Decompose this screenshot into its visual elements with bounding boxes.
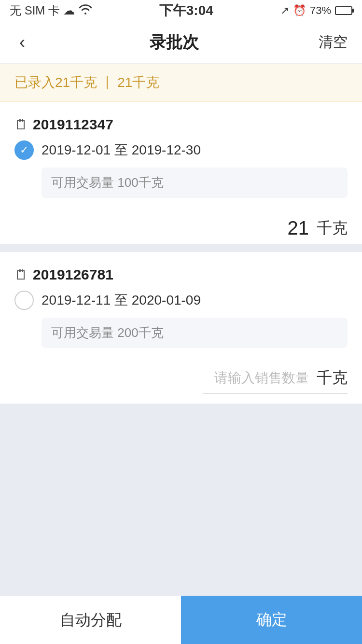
batch1-check-icon: ✓: [20, 144, 28, 156]
batch1-quantity-row: 21 千克: [0, 208, 362, 244]
status-left: 无 SIM 卡 ☁: [10, 3, 92, 18]
batch2-header: 🗒 2019126781: [14, 266, 348, 283]
location-icon: ↗: [280, 4, 289, 17]
batch1-header: 🗒 2019112347: [14, 116, 348, 133]
batch1-id: 2019112347: [33, 116, 113, 133]
clear-button[interactable]: 清空: [319, 32, 348, 52]
batch2-icon: 🗒: [14, 267, 28, 283]
page-title: 录批次: [150, 31, 199, 54]
status-bar: 无 SIM 卡 ☁ 下午3:04 ↗ ⏰ 73%: [0, 0, 362, 21]
batch-item-1: 🗒 2019112347 ✓ 2019-12-01 至 2019-12-30 可…: [0, 102, 362, 208]
batch2-input-row: 请输入销售数量 千克: [0, 358, 362, 389]
batch2-underline-wrap: [0, 389, 362, 404]
section-divider: [0, 244, 362, 252]
batch1-icon: 🗒: [14, 117, 28, 133]
batch2-date: 2019-12-11 至 2020-01-09: [42, 291, 201, 309]
bottom-bar: 自动分配 确定: [0, 596, 362, 644]
batch2-available: 可用交易量 200千克: [42, 318, 348, 348]
battery-icon: [335, 6, 352, 15]
battery-percent: 73%: [310, 4, 331, 17]
batch2-unit: 千克: [317, 367, 348, 389]
page-content: 🗒 2019112347 ✓ 2019-12-01 至 2019-12-30 可…: [0, 102, 362, 644]
wifi-icon: [79, 4, 92, 17]
batch2-input-placeholder: 请输入销售数量: [214, 369, 309, 387]
alarm-icon: ⏰: [293, 4, 306, 17]
batch2-id: 2019126781: [33, 266, 113, 283]
batch1-date: 2019-12-01 至 2019-12-30: [42, 141, 201, 159]
batch1-available: 可用交易量 100千克: [42, 168, 348, 198]
summary-banner: 已录入21千克 21千克: [0, 64, 362, 102]
batch1-quantity-unit: 千克: [317, 218, 348, 239]
batch2-underline: [203, 393, 348, 394]
status-time: 下午3:04: [159, 1, 213, 20]
summary-divider: [107, 76, 108, 89]
batch1-radio[interactable]: ✓: [14, 140, 34, 160]
status-right: ↗ ⏰ 73%: [280, 4, 352, 17]
batch-item-2: 🗒 2019126781 ✓ 2019-12-11 至 2020-01-09 可…: [0, 252, 362, 358]
batch2-date-row: ✓ 2019-12-11 至 2020-01-09: [14, 291, 348, 310]
summary-label: 已录入21千克: [14, 73, 97, 92]
confirm-button[interactable]: 确定: [181, 596, 362, 644]
batch2-radio[interactable]: ✓: [14, 291, 34, 310]
batch1-date-row: ✓ 2019-12-01 至 2019-12-30: [14, 140, 348, 160]
auto-distribute-button[interactable]: 自动分配: [0, 596, 181, 644]
nav-bar: ‹ 录批次 清空: [0, 21, 362, 64]
back-button[interactable]: ‹: [14, 28, 30, 57]
no-sim-label: 无 SIM 卡 ☁: [10, 3, 75, 18]
batch1-quantity-value: 21: [288, 217, 309, 239]
summary-value: 21千克: [117, 73, 159, 92]
